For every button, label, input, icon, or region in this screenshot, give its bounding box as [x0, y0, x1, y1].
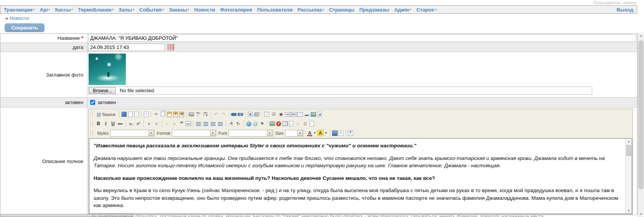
justify-button[interactable]: [217, 121, 224, 127]
bulleted-list-button[interactable]: ≡: [153, 121, 160, 127]
align-center-button[interactable]: [203, 121, 209, 127]
page-scrollbar[interactable]: ▲ ▼: [637, 33, 644, 217]
dropdown-arrow-icon[interactable]: ▼: [297, 131, 303, 136]
div-container-button[interactable]: div: [186, 121, 191, 126]
new-page-button[interactable]: [128, 112, 133, 117]
selection-field-button[interactable]: ≡: [297, 112, 303, 117]
page-scroll-thumb[interactable]: [638, 40, 644, 189]
paste-button[interactable]: [167, 112, 172, 117]
checkbox-button[interactable]: ☑: [270, 111, 277, 117]
editor-scroll-thumb[interactable]: [626, 145, 631, 156]
save-button[interactable]: Сохранить: [5, 23, 44, 32]
unlink-button[interactable]: [253, 121, 258, 126]
scayt-button[interactable]: ✓▼: [202, 111, 209, 117]
nav-item-kassy[interactable]: Кассы»: [55, 7, 73, 13]
paste-from-word-button[interactable]: W: [180, 112, 184, 117]
nav-item-novosti[interactable]: Новости: [194, 7, 215, 13]
increase-indent-button[interactable]: »: [171, 121, 178, 127]
size-dropdown[interactable]: ▼: [285, 130, 303, 137]
nav-item-rassylka[interactable]: Рассылка»: [298, 7, 324, 13]
link-button[interactable]: [246, 121, 251, 126]
scroll-down-icon[interactable]: ▼: [626, 208, 632, 214]
anchor-button[interactable]: ⚑: [259, 121, 265, 127]
align-right-button[interactable]: [210, 121, 216, 127]
copy-button[interactable]: [161, 112, 165, 116]
nav-item-zakazy[interactable]: Заказы»: [169, 7, 189, 13]
nav-item-sobytiya[interactable]: События»: [139, 7, 164, 13]
maximize-button[interactable]: [332, 131, 338, 136]
logout-link[interactable]: Выход: [617, 7, 633, 13]
image-button-button[interactable]: [311, 112, 316, 117]
dropdown-arrow-icon[interactable]: ▼: [210, 131, 216, 136]
editor-paragraph[interactable]: Джамала нарушает все твои персональные г…: [94, 155, 619, 170]
editor-paragraph[interactable]: "Известная певица рассказала в эксклюзив…: [94, 142, 619, 150]
select-all-button[interactable]: ▣: [248, 112, 253, 117]
nav-item-admin[interactable]: Адмін»: [394, 7, 412, 13]
subscript-button[interactable]: x₂: [128, 121, 134, 127]
nav-item-termoblanki[interactable]: ТермоБланки»: [78, 7, 114, 13]
browse-button[interactable]: Browse...: [89, 87, 116, 94]
templates-button[interactable]: ≡: [144, 112, 148, 117]
redo-button[interactable]: ↷: [220, 111, 227, 117]
editor-body[interactable]: "Известная певица рассказала в эксклюзив…: [89, 139, 625, 214]
paste-plain-text-button[interactable]: T: [173, 112, 178, 117]
smiley-button[interactable]: ☺: [295, 121, 301, 127]
show-blocks-button[interactable]: ¶: [339, 131, 343, 136]
find-button[interactable]: [231, 113, 237, 116]
dropdown-arrow-icon[interactable]: ▼: [148, 131, 154, 136]
flash-button[interactable]: f: [276, 121, 281, 126]
styles-dropdown[interactable]: ▼: [110, 130, 155, 137]
editor-scrollbar[interactable]: ▲ ▼: [625, 139, 632, 214]
italic-button[interactable]: I: [102, 121, 109, 127]
decrease-indent-button[interactable]: «: [164, 121, 170, 127]
hidden-field-button[interactable]: ◪: [317, 112, 322, 117]
align-left-button[interactable]: [195, 121, 202, 127]
nav-item-predzakazy[interactable]: Предзаказы: [359, 7, 389, 13]
background-color-arrow-button[interactable]: ▼: [324, 130, 328, 136]
page-scroll-up-icon[interactable]: ▲: [638, 33, 644, 38]
undo-button[interactable]: ↶: [213, 111, 219, 117]
blockquote-button[interactable]: “: [178, 121, 185, 127]
text-direction-rtl-button[interactable]: ¶‹: [235, 121, 242, 127]
source-button[interactable]: Source: [95, 111, 117, 117]
nav-item-api[interactable]: Арі»: [40, 7, 50, 13]
underline-button[interactable]: U: [110, 121, 116, 127]
strikethrough-button[interactable]: abc: [117, 121, 124, 127]
scroll-up-icon[interactable]: ▲: [626, 139, 632, 144]
nav-item-staroe[interactable]: Старое»: [416, 7, 436, 13]
nav-item-fotogalereya[interactable]: Фотогалерея: [220, 7, 252, 13]
about-button[interactable]: ?: [348, 131, 353, 136]
remove-format-button[interactable]: [254, 113, 260, 116]
image-button[interactable]: [270, 121, 275, 126]
form-button[interactable]: [264, 112, 269, 117]
text-color-arrow-button[interactable]: ▼: [313, 130, 316, 136]
nav-item-polzovateli[interactable]: Пользователи: [257, 7, 292, 13]
text-field-button[interactable]: ab: [285, 112, 290, 117]
numbered-list-button[interactable]: ≡: [146, 121, 152, 127]
table-button[interactable]: [282, 121, 288, 126]
textarea-button[interactable]: abc: [291, 112, 296, 117]
preview-button[interactable]: ○: [134, 112, 139, 117]
active-checkbox[interactable]: [90, 100, 95, 105]
cut-button[interactable]: ✂: [153, 111, 160, 117]
bold-button[interactable]: B: [95, 121, 102, 127]
save-button[interactable]: [122, 112, 127, 117]
page-scroll-down-icon[interactable]: ▼: [638, 211, 644, 217]
background-color-button[interactable]: A: [317, 130, 324, 136]
horizontal-rule-button[interactable]: —: [289, 121, 293, 126]
special-character-button[interactable]: Ω: [302, 121, 308, 127]
date-input[interactable]: [88, 44, 165, 51]
nav-item-stranitsy[interactable]: Страницы: [329, 7, 354, 13]
radio-button-button[interactable]: ◉: [278, 111, 284, 117]
spell-check-button[interactable]: ✓: [195, 111, 201, 117]
editor-paragraph[interactable]: Мы вернулись в Крым в то село Кучук-Узен…: [94, 187, 619, 209]
superscript-button[interactable]: x²: [135, 121, 142, 127]
page-break-button[interactable]: ⋯: [310, 121, 314, 126]
format-dropdown[interactable]: ▼: [172, 130, 216, 137]
nav-item-zaly[interactable]: Залы»: [119, 7, 134, 13]
title-input[interactable]: [88, 34, 636, 42]
editor-paragraph[interactable]: Насколько ваше происхождение повлияло на…: [94, 175, 619, 182]
font-dropdown[interactable]: ▼: [229, 130, 273, 137]
nav-item-tranzaktsii[interactable]: Транзакции»: [4, 7, 35, 13]
text-color-button[interactable]: A: [307, 130, 312, 136]
